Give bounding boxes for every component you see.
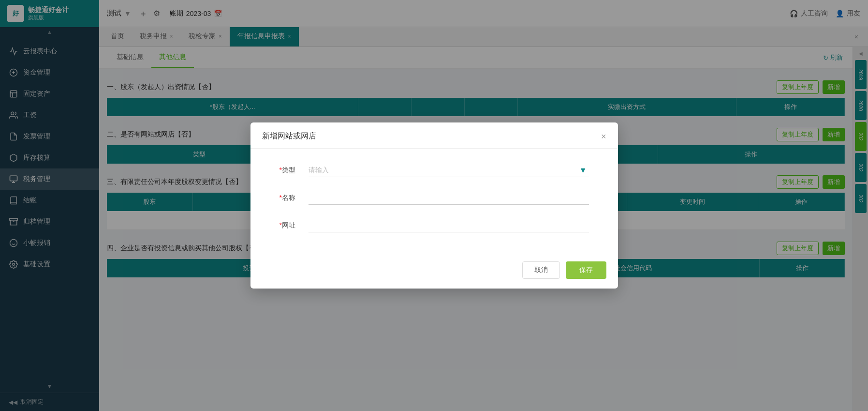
cancel-button[interactable]: 取消 (522, 261, 560, 279)
type-input[interactable] (309, 163, 589, 177)
save-button[interactable]: 保存 (566, 261, 606, 279)
url-input[interactable] (309, 218, 589, 232)
form-row-url: *网址 (280, 218, 589, 232)
add-website-dialog: 新增网站或网店 × *类型 ▼ *名称 (250, 122, 618, 289)
dialog-title: 新增网站或网店 (262, 131, 316, 141)
dialog-close-btn[interactable]: × (601, 132, 606, 141)
form-row-name: *名称 (280, 191, 589, 205)
name-input[interactable] (309, 191, 589, 205)
form-row-type: *类型 ▼ (280, 163, 589, 177)
dialog-overlay[interactable]: 新增网站或网店 × *类型 ▼ *名称 (0, 0, 868, 411)
